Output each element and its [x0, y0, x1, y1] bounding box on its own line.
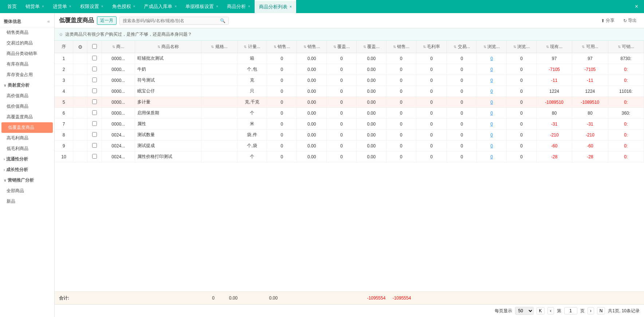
row-checkbox[interactable] — [87, 140, 102, 151]
search-box: 🔍 — [119, 17, 229, 25]
row-view2: 0 — [507, 64, 537, 75]
row-seq: 2 — [55, 64, 73, 75]
row-checkbox[interactable] — [87, 119, 102, 130]
row-gross: 0 — [416, 86, 447, 97]
settings-icon[interactable]: ⚙ — [78, 44, 83, 50]
sidebar-item-high-value[interactable]: 高价值商品 — [0, 91, 54, 101]
nav-home[interactable]: 首页 — [3, 0, 21, 13]
nav-permission-settings[interactable]: 权限设置 × — [76, 0, 108, 13]
next-page-button[interactable]: › — [588, 307, 594, 314]
col-header-checkbox[interactable] — [87, 41, 102, 53]
row-seq: 10 — [55, 151, 73, 162]
page-prefix-label: 第 — [557, 308, 561, 314]
sidebar-section-marketing[interactable]: ∨ 营销推广分析 — [0, 175, 54, 186]
row-checkbox[interactable] — [87, 53, 102, 64]
row-checkbox[interactable] — [87, 97, 102, 108]
prev-page-button[interactable]: ‹ — [547, 307, 554, 314]
sidebar-item-category-turnover[interactable]: 商品分类动销率 — [0, 48, 54, 59]
col-header-cur: ⇅ 现有... — [537, 41, 572, 53]
row-saleable: 0: — [608, 130, 644, 140]
row-gross: 0 — [416, 130, 447, 140]
search-icon[interactable]: 🔍 — [220, 18, 225, 23]
sidebar-item-inventory-goods[interactable]: 有库存商品 — [0, 59, 54, 70]
close-window-button[interactable]: × — [632, 3, 641, 10]
last-page-button[interactable]: N — [597, 307, 605, 314]
share-button[interactable]: ⬆ 分享 — [598, 16, 617, 25]
sidebar-item-new-goods[interactable]: 新品 — [0, 196, 54, 207]
row-view1[interactable]: 0 — [477, 130, 507, 140]
first-page-button[interactable]: K — [537, 307, 545, 314]
row-spec — [201, 53, 237, 64]
row-empty — [73, 151, 87, 162]
sidebar-item-low-coverage[interactable]: 低覆盖度商品 — [1, 122, 53, 133]
row-checkbox[interactable] — [87, 75, 102, 86]
sidebar-item-traded-goods[interactable]: 交易过的商品 — [0, 38, 54, 48]
row-checkbox[interactable] — [87, 151, 102, 162]
nav-product-warehouse[interactable]: 产成品入库单 × — [140, 0, 181, 13]
sidebar-item-inventory-capital[interactable]: 库存资金占用 — [0, 70, 54, 80]
per-page-select[interactable]: 501020100 — [515, 307, 534, 315]
col-header-spec: ⇅ 规格... — [201, 41, 237, 53]
content-area: 低覆盖度商品 近一月 🔍 ⬆ 分享 ↻ 导出 ☆ 这类商品只有很少客户购买过，是… — [55, 13, 644, 317]
row-seq: 5 — [55, 97, 73, 108]
row-name: 多计量 — [135, 97, 201, 108]
row-trans: 0 — [447, 53, 477, 64]
row-saleable: 0: — [608, 140, 644, 151]
nav-sales-order[interactable]: 销货单 × — [21, 0, 48, 13]
time-filter-button[interactable]: 近一月 — [97, 16, 117, 25]
col-header-sale2: ⇅ 销售... — [297, 41, 327, 53]
sidebar-item-high-margin[interactable]: 高毛利商品 — [0, 133, 54, 143]
row-gross: 0 — [416, 75, 447, 86]
table-row: 2 0000... 牛奶 个,包 0 0.00 0 0.00 0 0 0 0 0… — [55, 64, 644, 75]
select-all-checkbox[interactable] — [92, 44, 97, 49]
nav-template-settings[interactable]: 单据模板设置 × — [181, 0, 223, 13]
col-header-saleable: ⇅ 可销... — [608, 41, 644, 53]
sidebar-item-all-goods[interactable]: 全部商品 — [0, 186, 54, 196]
row-unit: 个 — [237, 108, 267, 119]
sidebar-section-circulation[interactable]: › 流通性分析 — [0, 154, 54, 165]
nav-product-analysis-list[interactable]: 商品分析列表 × — [255, 0, 296, 13]
row-spec — [201, 64, 237, 75]
row-view1[interactable]: 0 — [477, 108, 507, 119]
row-spec — [201, 151, 237, 162]
sidebar-item-low-margin[interactable]: 低毛利商品 — [0, 143, 54, 154]
row-cur: -28 — [537, 151, 572, 162]
row-checkbox[interactable] — [87, 130, 102, 140]
nav-product-analysis[interactable]: 商品分析 × — [223, 0, 255, 13]
nav-purchase-order[interactable]: 进货单 × — [48, 0, 76, 13]
nav-role-auth[interactable]: 角色授权 × — [108, 0, 140, 13]
row-view1[interactable]: 0 — [477, 97, 507, 108]
table-row: 9 0024... 测试提成 个,袋 0 0.00 0 0.00 0 0 0 0… — [55, 140, 644, 151]
row-view1[interactable]: 0 — [477, 86, 507, 97]
row-spec — [201, 86, 237, 97]
row-checkbox[interactable] — [87, 64, 102, 75]
search-input[interactable] — [123, 18, 220, 23]
export-button[interactable]: ↻ 导出 — [620, 16, 640, 25]
row-view1[interactable]: 0 — [477, 64, 507, 75]
row-empty — [73, 97, 87, 108]
row-view1[interactable]: 0 — [477, 151, 507, 162]
row-view1[interactable]: 0 — [477, 140, 507, 151]
sidebar-item-high-coverage[interactable]: 高覆盖度商品 — [0, 112, 54, 122]
col-header-cov1: ⇅ 覆盖... — [327, 41, 357, 53]
row-checkbox[interactable] — [87, 108, 102, 119]
sidebar-item-low-value[interactable]: 低价值商品 — [0, 101, 54, 112]
row-avail: -11 — [572, 75, 608, 86]
row-view1[interactable]: 0 — [477, 75, 507, 86]
sidebar-collapse-button[interactable]: « — [45, 18, 52, 25]
row-seq: 8 — [55, 130, 73, 140]
sidebar-item-sales-goods[interactable]: 销售类商品 — [0, 27, 54, 38]
row-unit: 米 — [237, 119, 267, 130]
row-sale2: 0.00 — [297, 64, 327, 75]
row-seq: 1 — [55, 53, 73, 64]
row-sale2: 0.00 — [297, 97, 327, 108]
sidebar-section-growth[interactable]: › 成长性分析 — [0, 165, 54, 175]
sidebar-section-coverage[interactable]: ∨ 类射度分析 — [0, 80, 54, 91]
row-checkbox[interactable] — [87, 86, 102, 97]
row-avail: -1089510 — [572, 97, 608, 108]
row-view1[interactable]: 0 — [477, 119, 507, 130]
row-view1[interactable]: 0 — [477, 53, 507, 64]
col-header-cov2: ⇅ 覆盖... — [357, 41, 386, 53]
current-page-input[interactable] — [564, 307, 577, 314]
col-header-check: ⚙ — [73, 41, 87, 53]
